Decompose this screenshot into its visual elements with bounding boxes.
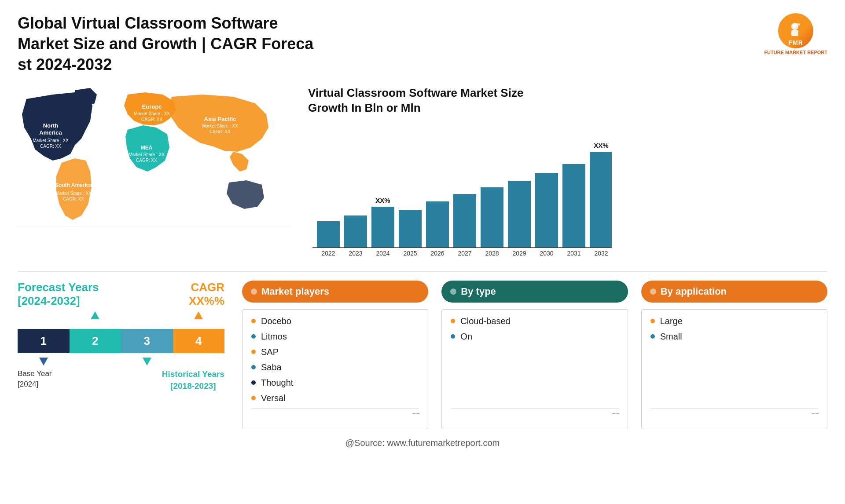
- svg-text:2024: 2024: [376, 250, 389, 256]
- svg-text:XX%: XX%: [375, 197, 390, 204]
- market-player-thought: Thought: [251, 378, 419, 388]
- market-player-sap: SAP: [251, 347, 419, 357]
- divider: [18, 271, 827, 272]
- app-large: Large: [650, 316, 818, 326]
- company-logo: FMR FUTURE MARKET REPORT: [764, 13, 827, 55]
- dot-sap: [251, 350, 256, 354]
- map-section: North America Market Share : XX CAGR: XX…: [18, 86, 290, 258]
- app-small: Small: [650, 332, 818, 342]
- svg-text:2026: 2026: [430, 250, 444, 256]
- timeline-segment-4: 4: [173, 329, 225, 353]
- svg-rect-4: [797, 23, 800, 26]
- chart-section: Virtual Classroom Software Market Size G…: [308, 86, 827, 258]
- south-america-region: South America Market Share : XX CAGR: XX: [55, 158, 92, 220]
- historical-years-label: Historical Years[2018-2023]: [162, 369, 224, 392]
- dot-saba: [251, 365, 256, 369]
- bar-chart: XX% XX% 2022 2023 2024 2025 2026 2027 20…: [312, 124, 612, 256]
- forecast-label: Forecast Years: [18, 281, 99, 294]
- cagr-block: CAGR XX%%: [189, 281, 224, 308]
- svg-text:CAGR: XX: CAGR: XX: [63, 197, 84, 201]
- type-cloud-based: Cloud-based: [451, 316, 618, 326]
- dot-cloud: [451, 319, 455, 323]
- base-year-label: Base Year[2024]: [18, 369, 52, 392]
- market-player-saba: Saba: [251, 362, 419, 373]
- dot-large: [650, 319, 655, 323]
- cagr-label: CAGR: [189, 281, 224, 294]
- bar-2032: [590, 152, 612, 248]
- timeline-segment-3: 3: [121, 329, 173, 353]
- svg-text:North: North: [43, 122, 59, 129]
- svg-text:Market Share : XX: Market Share : XX: [134, 111, 170, 116]
- arrow-down-teal: [143, 358, 151, 365]
- asia-pacific-region: Asia Pacific Market Share : XX CAGR: XX: [169, 95, 268, 209]
- by-application-button[interactable]: By application: [641, 281, 827, 303]
- bar-2031: [562, 164, 585, 248]
- timeline-segment-2: 2: [70, 329, 121, 353]
- bar-2022: [317, 221, 340, 248]
- source-line: @Source: www.futuremarketreport.com: [18, 438, 827, 448]
- dot-on: [451, 334, 455, 339]
- dot-versal: [251, 396, 256, 400]
- top-content-row: North America Market Share : XX CAGR: XX…: [18, 86, 827, 258]
- bar-2025: [399, 210, 422, 248]
- bar-2027: [453, 194, 476, 248]
- info-columns: Market players Docebo Litmos SAP: [242, 281, 827, 429]
- svg-text:Market Share : XX: Market Share : XX: [55, 191, 92, 196]
- by-application-dot: [650, 289, 656, 295]
- svg-text:CAGR: XX: CAGR: XX: [136, 158, 157, 163]
- mea-region: MEA Market Share : XX CAGR: XX: [125, 125, 169, 172]
- by-type-dot: [450, 289, 456, 295]
- svg-text:CAGR: XX: CAGR: XX: [40, 144, 61, 149]
- svg-text:South America: South America: [55, 182, 92, 188]
- bar-2030: [535, 173, 558, 248]
- chart-title: Virtual Classroom Software Market Size G…: [308, 86, 537, 116]
- market-player-litmos: Litmos: [251, 332, 419, 342]
- svg-text:CAGR: XX: CAGR: XX: [209, 129, 231, 134]
- arrow-up-orange: [194, 311, 203, 319]
- cagr-value: XX%%: [189, 294, 224, 308]
- market-players-column: Market players Docebo Litmos SAP: [242, 281, 428, 429]
- forecast-block: Forecast Years [2024-2032]: [18, 281, 99, 308]
- bar-2024: [371, 207, 394, 248]
- svg-text:Market Share : XX: Market Share : XX: [202, 124, 238, 128]
- page-title: Global Virtual Classroom Software Market…: [18, 13, 326, 75]
- svg-text:Europe: Europe: [142, 103, 162, 110]
- timeline-section: Forecast Years [2024-2032] CAGR XX%%: [18, 281, 224, 429]
- market-player-docebo: Docebo: [251, 316, 419, 326]
- svg-text:2025: 2025: [403, 250, 417, 256]
- svg-text:2029: 2029: [512, 250, 526, 256]
- logo-letters: FMR: [789, 39, 803, 46]
- world-map-svg: North America Market Share : XX CAGR: XX…: [18, 86, 290, 253]
- type-on: On: [451, 332, 618, 342]
- timeline-segment-1: 1: [18, 329, 70, 353]
- forecast-years: [2024-2032]: [18, 294, 99, 308]
- market-players-button[interactable]: Market players: [242, 281, 428, 303]
- svg-text:2032: 2032: [594, 250, 608, 256]
- by-application-box: Large Small ⁀: [641, 309, 827, 429]
- main-container: Global Virtual Classroom Software Market…: [0, 0, 845, 504]
- svg-text:2031: 2031: [567, 250, 580, 256]
- dot-small: [650, 334, 655, 339]
- svg-text:Market Share : XX: Market Share : XX: [33, 138, 69, 143]
- svg-text:CAGR: XX: CAGR: XX: [141, 117, 162, 122]
- svg-text:MEA: MEA: [141, 145, 153, 151]
- market-players-box: Docebo Litmos SAP Saba: [242, 309, 428, 429]
- svg-text:America: America: [39, 129, 62, 136]
- bar-2029: [508, 181, 531, 248]
- svg-rect-3: [792, 24, 796, 26]
- dot-litmos: [251, 334, 256, 339]
- logo-circle: FMR: [778, 13, 813, 48]
- dot-docebo: [251, 319, 256, 323]
- by-type-button[interactable]: By type: [441, 281, 628, 303]
- arrow-down-dark: [39, 358, 48, 365]
- by-type-column: By type Cloud-based On ⁀: [441, 281, 628, 429]
- by-application-column: By application Large Small ⁀: [641, 281, 827, 429]
- svg-text:2027: 2027: [458, 250, 471, 256]
- north-america-region: North America Market Share : XX CAGR: XX: [22, 88, 97, 161]
- dot-thought: [251, 380, 256, 385]
- bar-2028: [481, 187, 503, 248]
- svg-text:Asia Pacific: Asia Pacific: [204, 116, 236, 122]
- market-player-versal: Versal: [251, 393, 419, 403]
- bar-2026: [426, 201, 449, 248]
- svg-text:XX%: XX%: [594, 142, 608, 149]
